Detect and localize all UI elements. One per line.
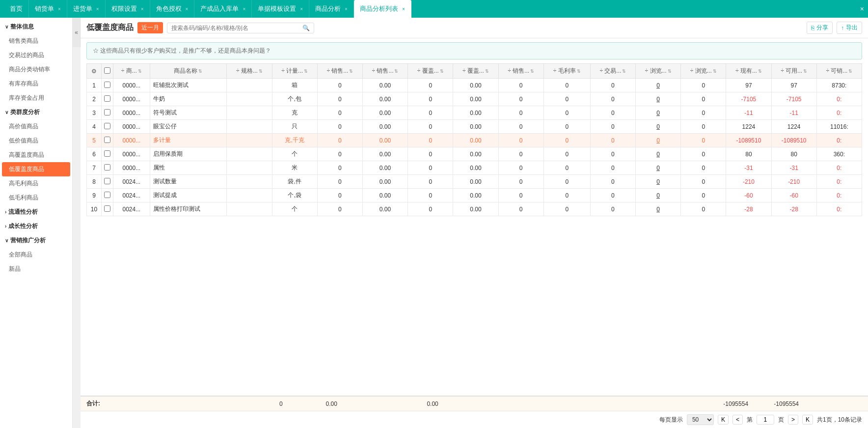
col-header-unit[interactable]: ÷ 计量...⇅ [272,64,317,79]
share-button[interactable]: ⎘ 分享 [807,22,833,34]
cell-view1[interactable]: 0 [635,202,680,216]
cell-view1[interactable]: 0 [635,79,680,92]
sidebar-item-traded[interactable]: 交易过的商品 [0,48,72,62]
tab-close-analysis[interactable]: × [345,6,348,12]
first-page-button[interactable]: K [718,415,729,425]
cell-view1[interactable]: 0 [635,134,680,147]
sidebar-flow-header[interactable]: › 流通性分析 [0,205,72,219]
cell-checkbox[interactable] [102,92,113,106]
sidebar-overall-header[interactable]: ∨ 整体信息 [0,20,72,34]
row-checkbox[interactable] [104,123,110,129]
search-box[interactable]: 🔍 [167,23,314,33]
col-header-name[interactable]: 商品名称⇅ [150,64,227,79]
sidebar-item-high-margin[interactable]: 高毛利商品 [0,176,72,191]
sidebar-growth-header[interactable]: › 成长性分析 [0,219,72,233]
select-all-checkbox[interactable] [104,67,110,74]
cell-checkbox[interactable] [102,202,113,216]
row-checkbox[interactable] [104,82,110,88]
cell-view1[interactable]: 0 [635,161,680,175]
col-header-sales-days[interactable]: ÷ 销售...⇅ [498,64,543,79]
sidebar-item-sales-goods[interactable]: 销售类商品 [0,34,72,48]
cell-checkbox[interactable] [102,189,113,202]
col-header-cov-count[interactable]: ÷ 覆盖...⇅ [408,64,453,79]
sidebar-marketing-header[interactable]: ∨ 营销推广分析 [0,233,72,248]
tab-close-purchase[interactable]: × [96,6,99,12]
row-checkbox[interactable] [104,150,110,157]
col-header-stock[interactable]: ÷ 现有...⇅ [726,64,771,79]
row-checkbox[interactable] [104,137,110,143]
row-checkbox[interactable] [104,164,110,171]
sidebar-coverage-header[interactable]: ∨ 类群度分析 [0,105,72,119]
row-checkbox[interactable] [104,109,110,115]
export-button[interactable]: ↑ 导出 [837,22,862,34]
cell-checkbox[interactable] [102,147,113,161]
sidebar-item-high-coverage[interactable]: 高覆盖度商品 [0,148,72,162]
cell-view1[interactable]: 0 [635,92,680,106]
cell-view1[interactable]: 0 [635,175,680,189]
row-checkbox[interactable] [104,178,110,184]
row-checkbox[interactable] [104,95,110,102]
tab-purchase[interactable]: 进货单 × [67,0,106,18]
tab-inventory[interactable]: 产成品入库单 × [194,0,252,18]
prev-page-button[interactable]: < [732,415,743,425]
cell-checkbox[interactable] [102,106,113,120]
sidebar-item-all-goods[interactable]: 全部商品 [0,248,72,262]
col-header-gross[interactable]: ÷ 毛利率⇅ [543,64,590,79]
col-header-checkbox[interactable] [102,64,113,79]
col-header-code[interactable]: ÷ 商...⇅ [113,64,150,79]
next-page-button[interactable]: > [788,415,798,425]
col-header-cov-rate[interactable]: ÷ 覆盖...⇅ [453,64,498,79]
row-checkbox[interactable] [104,205,110,212]
cell-checkbox[interactable] [102,120,113,134]
sidebar-item-capital[interactable]: 库存资金占用 [0,91,72,105]
data-table-wrapper[interactable]: ⚙ ÷ 商...⇅ 商品名称⇅ ÷ 规格...⇅ ÷ 计量...⇅ ÷ 销售..… [81,63,868,396]
search-input[interactable] [171,25,300,31]
tab-template[interactable]: 单据模板设置 × [252,0,309,18]
cell-code: 0024... [113,202,150,216]
last-page-button[interactable]: K [802,415,813,425]
cell-view1[interactable]: 0 [635,120,680,134]
col-header-view2[interactable]: ÷ 浏览...⇅ [681,64,726,79]
tab-close-inventory[interactable]: × [243,6,245,12]
row-checkbox[interactable] [104,192,110,198]
sidebar-collapse-button[interactable]: « [73,18,81,47]
col-header-sellable[interactable]: ÷ 可销...⇅ [816,64,862,79]
col-header-spec[interactable]: ÷ 规格...⇅ [227,64,272,79]
sidebar-item-high-value[interactable]: 高价值商品 [0,119,72,134]
cell-view1[interactable]: 0 [635,147,680,161]
sidebar-item-in-stock[interactable]: 有库存商品 [0,77,72,91]
tab-sales[interactable]: 销货单 × [29,0,67,18]
tab-home[interactable]: 首页 [4,0,29,18]
tab-close-permissions[interactable]: × [141,6,144,12]
tab-analysis-list[interactable]: 商品分析列表 × [354,0,411,18]
search-icon[interactable]: 🔍 [302,25,310,31]
cell-checkbox[interactable] [102,134,113,147]
sidebar-item-category-rate[interactable]: 商品分类动销率 [0,62,72,77]
page-size-select[interactable]: 50 100 200 [687,414,714,425]
col-header-settings[interactable]: ⚙ [87,64,102,79]
cell-view1[interactable]: 0 [635,189,680,202]
cell-view1[interactable]: 0 [635,106,680,120]
sidebar-item-low-value[interactable]: 低价值商品 [0,134,72,148]
col-header-view1[interactable]: ÷ 浏览...⇅ [635,64,680,79]
cell-checkbox[interactable] [102,175,113,189]
col-header-sales-amt[interactable]: ÷ 销售...⇅ [362,64,407,79]
col-header-sales-qty[interactable]: ÷ 销售...⇅ [317,64,362,79]
current-page-input[interactable] [757,415,774,425]
tab-permissions[interactable]: 权限设置 × [106,0,150,18]
tab-close-analysis-list[interactable]: × [402,6,405,12]
time-filter-button[interactable]: 近一月 [137,22,163,33]
tab-analysis[interactable]: 商品分析 × [309,0,354,18]
tab-close-template[interactable]: × [300,6,303,12]
cell-checkbox[interactable] [102,161,113,175]
sidebar-item-new-goods[interactable]: 新品 [0,262,72,276]
tab-close-roles[interactable]: × [186,6,189,12]
tab-close-sales[interactable]: × [58,6,61,12]
tab-roles[interactable]: 角色授权 × [150,0,195,18]
close-all-tabs[interactable]: × [860,5,864,13]
col-header-avail[interactable]: ÷ 可用...⇅ [771,64,816,79]
sidebar-item-low-margin[interactable]: 低毛利商品 [0,191,72,205]
col-header-trade[interactable]: ÷ 交易...⇅ [590,64,635,79]
sidebar-item-low-coverage[interactable]: 低覆盖度商品 [2,162,70,176]
cell-checkbox[interactable] [102,79,113,92]
